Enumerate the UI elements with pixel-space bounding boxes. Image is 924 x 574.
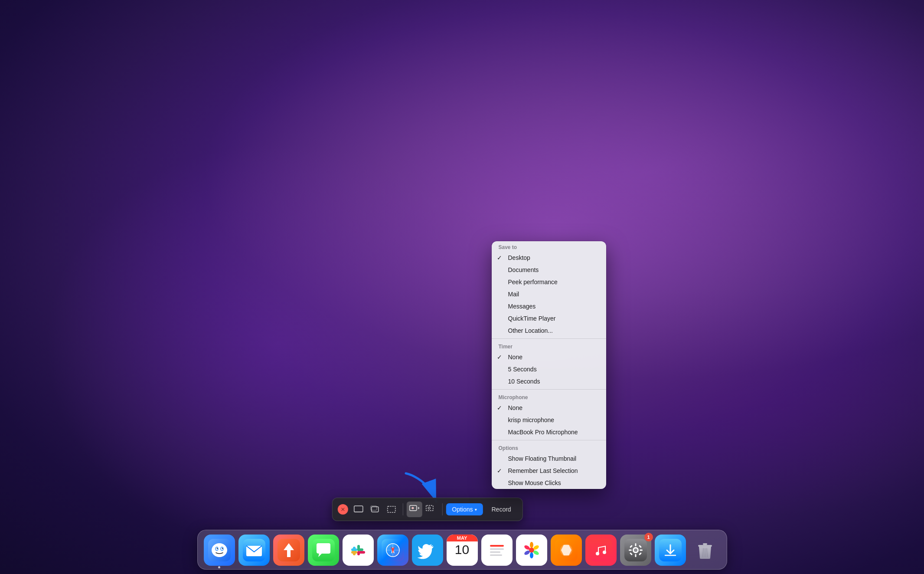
- svg-rect-76: [703, 543, 707, 545]
- calendar-day: 10: [455, 542, 469, 557]
- record-button[interactable]: Record: [486, 503, 517, 515]
- svg-rect-12: [426, 505, 433, 511]
- separator-1: [492, 338, 606, 339]
- capture-window-button[interactable]: [367, 502, 382, 517]
- menu-item-mic-none[interactable]: ✓ None: [492, 402, 606, 414]
- svg-rect-48: [490, 554, 502, 556]
- menu-item-10-seconds[interactable]: 10 Seconds: [492, 375, 606, 387]
- options-section-header: Options: [492, 442, 606, 453]
- svg-marker-11: [418, 507, 419, 509]
- menu-item-other-location[interactable]: Other Location...: [492, 325, 606, 337]
- separator-2: [492, 389, 606, 390]
- dock-item-system-preferences[interactable]: 1: [620, 535, 651, 566]
- svg-rect-47: [490, 551, 500, 553]
- svg-rect-44: [486, 539, 508, 561]
- check-mic-none: ✓: [497, 404, 506, 411]
- svg-point-20: [217, 548, 218, 549]
- svg-rect-29: [351, 548, 357, 551]
- microphone-header: Microphone: [492, 391, 606, 402]
- dock-item-finder[interactable]: [204, 535, 235, 566]
- svg-point-10: [412, 508, 413, 508]
- dock-item-safari[interactable]: [377, 535, 408, 566]
- svg-point-21: [222, 548, 223, 549]
- svg-rect-66: [635, 554, 636, 557]
- menu-item-macbook-mic[interactable]: MacBook Pro Microphone: [492, 426, 606, 438]
- svg-point-51: [530, 542, 533, 548]
- menu-item-desktop[interactable]: ✓ Desktop: [492, 252, 606, 264]
- menu-item-5-seconds[interactable]: 5 Seconds: [492, 363, 606, 375]
- dock-item-mail[interactable]: [238, 535, 270, 566]
- dock-item-twitter[interactable]: [412, 535, 443, 566]
- menu-item-timer-none[interactable]: ✓ None: [492, 351, 606, 363]
- dock-item-pixelmator[interactable]: [551, 535, 582, 566]
- menu-item-floating-thumbnail[interactable]: Show Floating Thumbnail: [492, 453, 606, 465]
- options-chevron-icon: ▾: [475, 507, 477, 512]
- options-dropdown-menu: Save to ✓ Desktop Documents Peek perform…: [492, 241, 606, 489]
- separator-3: [492, 440, 606, 440]
- menu-item-mail[interactable]: Mail: [492, 288, 606, 300]
- svg-line-79: [707, 548, 707, 557]
- dock: MAY 10: [197, 530, 727, 570]
- menu-item-quicktime[interactable]: QuickTime Player: [492, 312, 606, 325]
- svg-point-54: [530, 552, 533, 558]
- menu-item-messages[interactable]: Messages: [492, 300, 606, 312]
- system-preferences-badge: 1: [644, 533, 653, 541]
- finder-dot: [218, 566, 220, 568]
- svg-point-13: [428, 507, 430, 509]
- svg-point-60: [596, 552, 599, 555]
- menu-item-krisp[interactable]: krisp microphone: [492, 414, 606, 426]
- check-desktop: ✓: [497, 254, 506, 261]
- screenshot-toolbar: Options ▾ Record: [332, 498, 522, 521]
- capture-entire-screen-button[interactable]: [350, 502, 366, 517]
- svg-rect-75: [698, 545, 712, 547]
- timer-header: Timer: [492, 341, 606, 351]
- menu-item-show-mouse-clicks[interactable]: Show Mouse Clicks: [492, 477, 606, 489]
- record-selection-button[interactable]: [423, 502, 438, 517]
- calendar-month: MAY: [447, 535, 478, 541]
- svg-rect-3: [354, 506, 362, 512]
- dock-item-music[interactable]: [585, 535, 617, 566]
- close-button[interactable]: [337, 504, 348, 515]
- menu-item-peek-performance[interactable]: Peek performance: [492, 276, 606, 288]
- dock-item-trash[interactable]: [689, 535, 721, 566]
- calendar-app-inner: MAY 10: [447, 535, 478, 566]
- svg-rect-35: [359, 551, 365, 554]
- svg-rect-33: [351, 551, 357, 554]
- dock-item-calendar[interactable]: MAY 10: [447, 535, 478, 566]
- dock-item-messages[interactable]: [308, 535, 339, 566]
- svg-rect-59: [590, 539, 612, 561]
- svg-rect-31: [357, 548, 363, 551]
- save-to-header: Save to: [492, 241, 606, 252]
- dock-item-spark[interactable]: [273, 535, 304, 566]
- dock-item-reminders[interactable]: [481, 535, 513, 566]
- svg-point-15: [212, 543, 227, 557]
- record-label: Record: [492, 506, 511, 513]
- svg-rect-5: [371, 507, 378, 512]
- svg-point-61: [603, 551, 606, 554]
- toolbar-divider-1: [402, 503, 403, 515]
- svg-point-64: [634, 548, 637, 552]
- record-screen-window-button[interactable]: [406, 502, 422, 517]
- check-timer-none: ✓: [497, 354, 506, 361]
- svg-line-77: [703, 548, 703, 557]
- toolbar-divider-2: [442, 503, 442, 515]
- desktop-wave-overlay: [0, 0, 924, 574]
- options-label: Options: [452, 506, 473, 513]
- options-button[interactable]: Options ▾: [446, 503, 483, 515]
- menu-item-remember-selection[interactable]: ✓ Remember Last Selection: [492, 465, 606, 477]
- svg-rect-68: [640, 550, 643, 551]
- svg-rect-65: [635, 543, 636, 546]
- dock-item-photos[interactable]: [516, 535, 547, 566]
- dock-item-downloads[interactable]: [655, 535, 686, 566]
- svg-rect-67: [629, 550, 632, 551]
- check-remember: ✓: [497, 467, 506, 474]
- svg-rect-46: [490, 548, 504, 550]
- capture-selection-button[interactable]: [383, 502, 399, 517]
- dock-item-slack[interactable]: [343, 535, 374, 566]
- svg-rect-45: [490, 545, 504, 547]
- menu-item-documents[interactable]: Documents: [492, 264, 606, 276]
- svg-rect-7: [387, 506, 395, 512]
